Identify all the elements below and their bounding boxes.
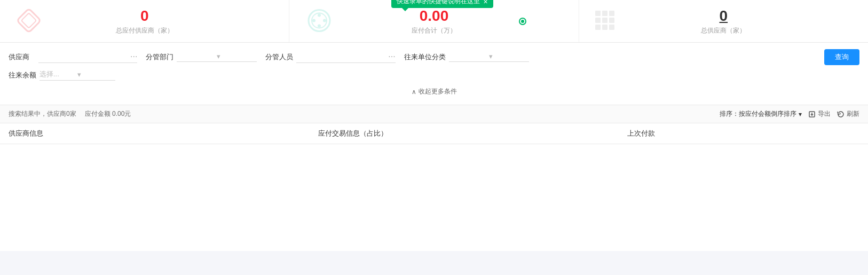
result-bar: 搜索结果中，供应商0家 应付金额 0.00元 排序：按应付会额倒序排序 ▾ 导出… xyxy=(0,105,868,123)
col-header-transaction: 应付交易信息（占比） xyxy=(318,129,628,138)
filter-row-1: 供应商 ··· 分管部门 ▾ 分管人员 ··· 往来单位分类 xyxy=(9,49,859,65)
person-input-wrap: ··· xyxy=(296,52,395,63)
department-label: 分管部门 xyxy=(146,52,173,62)
filter-balance: 往来余额 选择... ▾ xyxy=(9,69,115,81)
tooltip-close-btn[interactable]: × xyxy=(483,0,487,5)
payable-suppliers-number: 0 xyxy=(140,7,149,25)
filter-unit-category: 往来单位分类 ▾ xyxy=(404,52,529,62)
sort-label: 排序：按应付会额倒序排序 xyxy=(720,109,796,119)
table-header: 供应商信息 应付交易信息（占比） 上次付款 xyxy=(0,123,868,144)
payable-total-label: 应付合计（万） xyxy=(412,26,456,35)
payable-total-number: 0.00 xyxy=(420,7,449,25)
stats-bar: 0 总应付供应商（家） 快速录单的快捷键说明在这里 × 0.00 应付合计（万） xyxy=(0,0,868,43)
svg-point-6 xyxy=(312,19,315,22)
result-payable-amount: 应付金额 0.00元 xyxy=(85,109,131,119)
refresh-btn[interactable]: 刷新 xyxy=(837,109,859,119)
stat-total-suppliers: 0 总供应商（家） xyxy=(579,0,868,42)
total-suppliers-number: 0 xyxy=(720,7,728,25)
balance-select-wrap[interactable]: 选择... ▾ xyxy=(40,69,115,81)
grid-icon xyxy=(595,11,617,32)
tooltip-dot xyxy=(520,19,525,24)
filter-person: 分管人员 ··· xyxy=(265,52,395,63)
svg-rect-0 xyxy=(17,8,41,32)
payable-suppliers-label: 总应付供应商（家） xyxy=(116,26,173,35)
tooltip-bar: 快速录单的快捷键说明在这里 × xyxy=(391,0,493,8)
refresh-icon xyxy=(837,111,845,118)
supplier-label: 供应商 xyxy=(9,52,35,62)
filter-row-2: 往来余额 选择... ▾ xyxy=(9,69,859,81)
unit-category-chevron-icon: ▾ xyxy=(489,52,529,60)
svg-point-5 xyxy=(318,24,321,27)
collapse-chevron-icon: ∧ xyxy=(412,88,416,96)
filter-bar: 供应商 ··· 分管部门 ▾ 分管人员 ··· 往来单位分类 xyxy=(0,43,868,105)
department-chevron-icon: ▾ xyxy=(217,52,257,60)
balance-placeholder: 选择... xyxy=(40,69,77,79)
refresh-label: 刷新 xyxy=(847,109,859,119)
col-header-supplier: 供应商信息 xyxy=(9,129,318,138)
stat-payable-total: 快速录单的快捷键说明在这里 × 0.00 应付合计（万） xyxy=(289,0,579,42)
query-button[interactable]: 查询 xyxy=(824,49,859,65)
export-btn[interactable]: 导出 xyxy=(808,109,831,119)
col-header-lastpay: 上次付款 xyxy=(627,129,859,138)
collapse-label: 收起更多条件 xyxy=(419,87,457,96)
balance-label: 往来余额 xyxy=(9,70,36,80)
svg-rect-1 xyxy=(21,13,36,28)
balance-chevron-icon: ▾ xyxy=(77,70,115,78)
person-dots-btn[interactable]: ··· xyxy=(388,52,395,61)
result-left: 搜索结果中，供应商0家 应付金额 0.00元 xyxy=(9,109,131,119)
tooltip-text: 快速录单的快捷键说明在这里 xyxy=(397,0,480,6)
filter-department: 分管部门 ▾ xyxy=(146,52,257,62)
sort-chevron-icon: ▾ xyxy=(799,111,802,118)
result-suppliers-count: 搜索结果中，供应商0家 xyxy=(9,109,76,119)
supplier-input-wrap: ··· xyxy=(38,52,137,63)
total-suppliers-label: 总供应商（家） xyxy=(701,26,746,35)
unit-category-select-wrap[interactable]: ▾ xyxy=(449,52,529,62)
export-label: 导出 xyxy=(818,109,831,119)
person-label: 分管人员 xyxy=(265,52,293,62)
table-body xyxy=(0,144,868,251)
export-icon xyxy=(808,111,816,118)
diamond-icon xyxy=(16,7,42,35)
svg-point-7 xyxy=(323,19,326,22)
sort-select[interactable]: 排序：按应付会额倒序排序 ▾ xyxy=(720,109,802,119)
unit-category-label: 往来单位分类 xyxy=(404,52,446,62)
stat-payable-suppliers: 0 总应付供应商（家） xyxy=(0,0,289,42)
filter-supplier: 供应商 ··· xyxy=(9,52,137,63)
person-input[interactable] xyxy=(296,52,386,60)
supplier-dots-btn[interactable]: ··· xyxy=(130,52,137,61)
cookie-icon xyxy=(305,6,333,36)
result-right: 排序：按应付会额倒序排序 ▾ 导出 刷新 xyxy=(720,109,859,119)
department-select-wrap[interactable]: ▾ xyxy=(177,52,257,62)
supplier-input[interactable] xyxy=(38,52,128,60)
collapse-btn[interactable]: ∧ 收起更多条件 xyxy=(405,85,463,98)
svg-point-4 xyxy=(318,13,321,17)
